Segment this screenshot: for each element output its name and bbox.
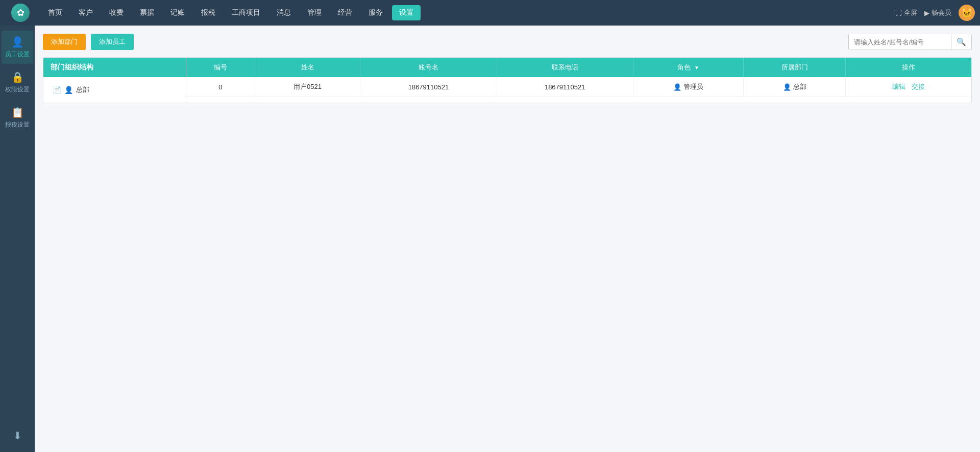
nav-bill[interactable]: 票据 [133,5,161,20]
logo-icon: ✿ [11,4,30,22]
nav-settings[interactable]: 设置 [392,5,421,20]
sidebar-permission-label: 权限设置 [5,85,30,94]
sidebar-tax-label: 报税设置 [5,121,30,129]
col-action: 操作 [845,58,971,77]
fullscreen-button[interactable]: ⛶ 全屏 [895,8,917,17]
cell-account: 18679110521 [360,77,497,97]
sidebar-item-employee[interactable]: 👤 员工设置 [2,31,33,64]
nav-bookkeeping[interactable]: 记账 [163,5,192,20]
transfer-link[interactable]: 交接 [912,83,925,90]
cell-name: 用户0521 [255,77,360,97]
logo: ✿ [5,4,36,22]
employee-table: 编号 姓名 账号名 联系电话 角色 ▼ 所属部门 操作 [186,58,971,97]
dept-tree-header: 部门组织结构 [43,58,186,77]
cell-id: 0 [186,77,255,97]
dept-user-icon: 👤 [64,86,73,94]
nav-items: 首页 客户 收费 票据 记账 报税 工商项目 消息 管理 经营 服务 设置 [41,5,895,20]
sidebar-employee-label: 员工设置 [5,50,30,59]
cell-role: 👤 管理员 [633,77,744,97]
col-phone: 联系电话 [497,58,633,77]
file-icon: 📄 [53,86,61,94]
avatar[interactable]: 🐱 [959,5,975,21]
nav-service[interactable]: 服务 [361,5,390,20]
role-label: 管理员 [683,82,703,91]
dept-tree: 部门组织结构 📄 👤 总部 [43,58,186,103]
layout: 👤 员工设置 🔒 权限设置 📋 报税设置 ⬇ 添加部门 添加员工 🔍 [0,26,980,452]
dept-user-icon: 👤 [783,83,791,91]
nav-operation[interactable]: 经营 [331,5,359,20]
dept-tree-item-root[interactable]: 📄 👤 总部 [48,82,181,98]
nav-client[interactable]: 客户 [71,5,100,20]
table-area: 编号 姓名 账号名 联系电话 角色 ▼ 所属部门 操作 [186,58,971,103]
col-name: 姓名 [255,58,360,77]
edit-link[interactable]: 编辑 [892,83,905,90]
search-input[interactable] [849,35,951,49]
nav-business[interactable]: 工商项目 [225,5,267,20]
permission-icon: 🔒 [11,71,24,83]
filter-icon: ▼ [694,65,699,70]
nav-charge[interactable]: 收费 [102,5,131,20]
cell-dept: 👤 总部 [744,77,845,97]
sidebar-download-button[interactable]: ⬇ [2,424,33,447]
nav-home[interactable]: 首页 [41,5,69,20]
col-role-label: 角色 [677,63,691,71]
vip-button[interactable]: ▶ 畅会员 [924,8,951,17]
vip-label: 畅会员 [932,8,951,17]
table-row: 0 用户0521 18679110521 18679110521 👤 管理员 [186,77,971,97]
vip-icon: ▶ [924,9,929,17]
main: 添加部门 添加员工 🔍 部门组织结构 📄 👤 总部 [35,26,980,452]
role-user-icon: 👤 [673,83,681,91]
nav-right: ⛶ 全屏 ▶ 畅会员 🐱 [895,5,975,21]
employee-icon: 👤 [11,36,24,48]
content-area: 部门组织结构 📄 👤 总部 编号 姓名 账号名 [43,57,972,103]
sidebar: 👤 员工设置 🔒 权限设置 📋 报税设置 ⬇ [0,26,35,452]
dept-root-label: 总部 [76,85,89,94]
cell-action: 编辑 交接 [845,77,971,97]
dept-tree-body: 📄 👤 总部 [43,77,186,103]
toolbar: 添加部门 添加员工 🔍 [43,34,972,50]
search-button[interactable]: 🔍 [951,34,971,50]
nav-manage[interactable]: 管理 [300,5,329,20]
top-nav: ✿ 首页 客户 收费 票据 记账 报税 工商项目 消息 管理 经营 服务 设置 … [0,0,980,26]
nav-tax[interactable]: 报税 [194,5,223,20]
download-icon: ⬇ [13,430,22,442]
tax-setting-icon: 📋 [11,106,24,118]
table-header-row: 编号 姓名 账号名 联系电话 角色 ▼ 所属部门 操作 [186,58,971,77]
col-id: 编号 [186,58,255,77]
search-box: 🔍 [848,34,972,50]
fullscreen-icon: ⛶ [895,9,902,17]
dept-badge: 👤 总部 [783,82,806,91]
cell-phone: 18679110521 [497,77,633,97]
role-badge: 👤 管理员 [673,82,703,91]
dept-label: 总部 [793,82,806,91]
add-dept-button[interactable]: 添加部门 [43,34,86,50]
add-employee-button[interactable]: 添加员工 [91,34,134,50]
sidebar-item-permission[interactable]: 🔒 权限设置 [2,66,33,99]
fullscreen-label: 全屏 [904,8,917,17]
col-role[interactable]: 角色 ▼ [633,58,744,77]
col-dept: 所属部门 [744,58,845,77]
nav-message[interactable]: 消息 [270,5,298,20]
sidebar-item-tax-setting[interactable]: 📋 报税设置 [2,101,33,134]
col-account: 账号名 [360,58,497,77]
